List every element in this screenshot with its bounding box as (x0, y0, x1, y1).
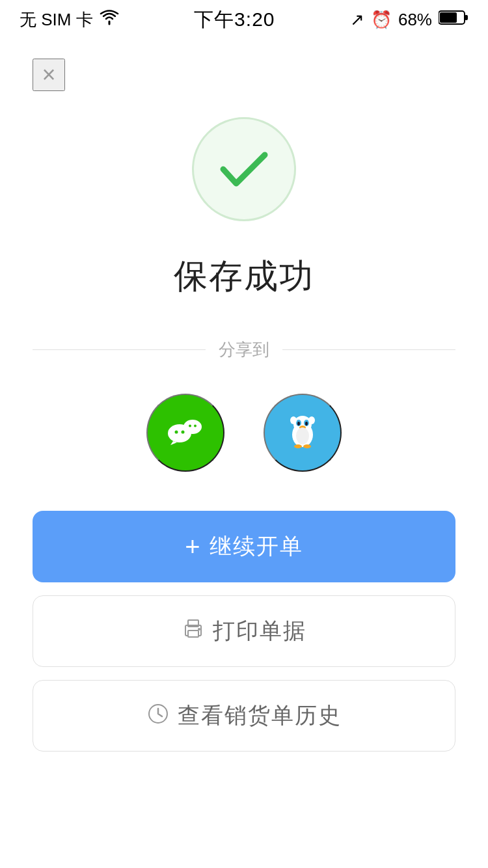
share-divider-row: 分享到 (33, 338, 455, 361)
no-sim-text: 无 SIM 卡 (20, 8, 93, 31)
battery-text: 68% (398, 10, 432, 30)
qq-icon (280, 410, 325, 455)
svg-rect-23 (188, 631, 198, 637)
action-buttons: + 继续开单 打印单据 查看销货单历史 (33, 511, 455, 752)
share-section: 分享到 (33, 338, 455, 472)
status-left: 无 SIM 卡 (20, 8, 119, 31)
svg-point-18 (303, 444, 311, 448)
svg-point-5 (175, 431, 178, 434)
continue-label: 继续开单 (210, 532, 303, 562)
print-icon (182, 619, 205, 644)
svg-point-13 (297, 422, 300, 426)
svg-point-19 (290, 416, 297, 424)
divider-right (282, 349, 455, 350)
location-icon: ↗ (350, 10, 364, 30)
divider-left (33, 349, 206, 350)
share-icons (146, 394, 342, 472)
share-label: 分享到 (219, 338, 269, 361)
history-button[interactable]: 查看销货单历史 (33, 680, 455, 752)
svg-point-16 (296, 427, 309, 444)
svg-point-4 (183, 420, 202, 434)
status-right: ↗ ⏰ 68% (350, 10, 468, 30)
svg-point-24 (198, 628, 200, 631)
print-button[interactable]: 打印单据 (33, 595, 455, 667)
plus-icon: + (185, 532, 201, 562)
close-icon: × (42, 61, 55, 88)
svg-rect-2 (440, 12, 457, 23)
svg-point-6 (182, 431, 185, 434)
alarm-icon: ⏰ (371, 10, 392, 30)
close-button[interactable]: × (33, 59, 65, 91)
qq-share-button[interactable] (264, 394, 342, 472)
svg-point-20 (308, 416, 315, 424)
success-title: 保存成功 (174, 254, 314, 299)
battery-icon (439, 10, 468, 30)
wechat-share-button[interactable] (146, 394, 224, 472)
wifi-icon (100, 9, 119, 30)
svg-point-17 (294, 444, 302, 448)
checkmark-icon (218, 150, 270, 189)
svg-point-8 (194, 425, 197, 427)
svg-point-14 (305, 422, 308, 426)
success-icon-circle (192, 117, 296, 221)
main-content: × 保存成功 分享到 (0, 39, 488, 752)
wechat-icon (163, 410, 208, 455)
svg-rect-1 (465, 15, 468, 20)
print-label: 打印单据 (213, 616, 306, 646)
history-label: 查看销货单历史 (178, 701, 342, 731)
status-time: 下午3:20 (194, 7, 275, 33)
history-icon (146, 702, 170, 730)
svg-point-7 (189, 425, 191, 427)
continue-button[interactable]: + 继续开单 (33, 511, 455, 582)
status-bar: 无 SIM 卡 下午3:20 ↗ ⏰ 68% (0, 0, 488, 39)
